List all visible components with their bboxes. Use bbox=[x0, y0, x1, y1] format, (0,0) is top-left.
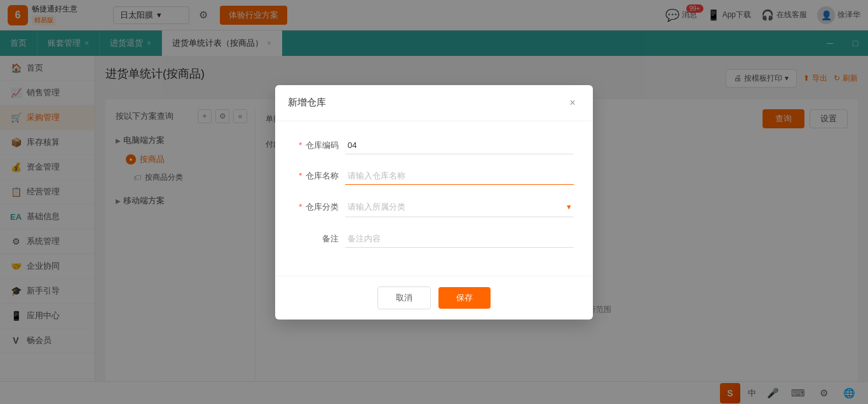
category-chevron-icon: ▾ bbox=[567, 202, 571, 212]
category-label: * 仓库分类 bbox=[294, 201, 345, 213]
dialog-header: 新增仓库 × bbox=[275, 85, 593, 121]
dialog-body: * 仓库编码 * 仓库名称 * 仓库分类 请输入所属 bbox=[275, 121, 593, 276]
required-star-code: * bbox=[299, 140, 302, 150]
dialog-title: 新增仓库 bbox=[288, 97, 326, 109]
form-row-remark: 备注 bbox=[294, 230, 574, 248]
form-row-name: * 仓库名称 bbox=[294, 167, 574, 185]
dialog-close-button[interactable]: × bbox=[565, 95, 580, 111]
required-star-name: * bbox=[299, 171, 302, 180]
name-label: * 仓库名称 bbox=[294, 170, 345, 182]
remark-input[interactable] bbox=[345, 230, 574, 248]
warehouse-category-select[interactable]: 请输入所属分类 ▾ bbox=[345, 198, 574, 217]
cancel-button[interactable]: 取消 bbox=[377, 286, 431, 309]
dialog-overlay[interactable]: 新增仓库 × * 仓库编码 * 仓库名称 bbox=[0, 0, 868, 404]
form-row-code: * 仓库编码 bbox=[294, 137, 574, 154]
remark-label: 备注 bbox=[294, 233, 345, 245]
add-warehouse-dialog: 新增仓库 × * 仓库编码 * 仓库名称 bbox=[275, 85, 593, 320]
save-button[interactable]: 保存 bbox=[438, 287, 491, 309]
dialog-footer: 取消 保存 bbox=[275, 276, 593, 320]
form-row-category: * 仓库分类 请输入所属分类 ▾ bbox=[294, 198, 574, 217]
code-label: * 仓库编码 bbox=[294, 140, 345, 151]
warehouse-name-input[interactable] bbox=[345, 167, 574, 185]
warehouse-code-input[interactable] bbox=[345, 137, 574, 154]
required-star-category: * bbox=[299, 202, 302, 212]
category-placeholder: 请输入所属分类 bbox=[348, 201, 405, 213]
